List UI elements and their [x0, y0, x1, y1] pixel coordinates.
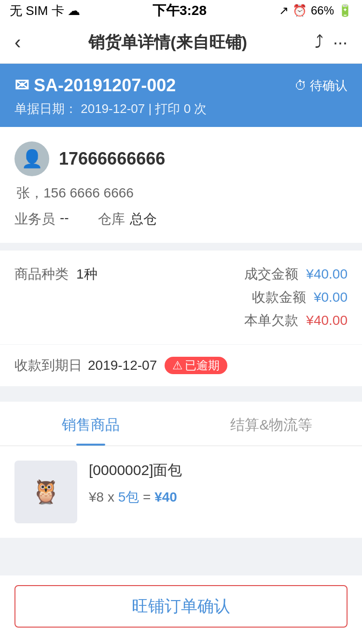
back-button[interactable]: ‹ — [14, 31, 21, 53]
print-count: 0 — [184, 101, 191, 116]
print-unit: 次 — [194, 101, 207, 116]
product-item: 🦉 [0000002]面包 ¥8 x 5包 = ¥40 — [14, 461, 348, 523]
confirm-button[interactable]: 旺铺订单确认 — [14, 585, 348, 628]
tab-products-label: 销售商品 — [62, 417, 120, 433]
status-left: 无 SIM 卡 ☁ — [10, 2, 80, 19]
amount-line: 成交金额 ¥40.00 — [244, 265, 348, 283]
print-label: | 打印 — [148, 101, 180, 116]
owed-value: ¥40.00 — [306, 313, 348, 328]
owed-line: 本单欠款 ¥40.00 — [244, 311, 348, 330]
product-section: 🦉 [0000002]面包 ¥8 x 5包 = ¥40 — [0, 446, 362, 538]
order-date-row: 单据日期： 2019-12-07 | 打印 0 次 — [14, 100, 348, 117]
tabs-bar: 销售商品 结算&物流等 — [0, 402, 362, 446]
overdue-badge-text: 已逾期 — [185, 358, 220, 373]
overdue-badge: ⚠ 已逾期 — [165, 357, 227, 374]
received-value: ¥0.00 — [314, 290, 348, 305]
stats-row: 商品种类 1种 成交金额 ¥40.00 收款金额 ¥0.00 本单欠款 ¥40.… — [14, 265, 348, 330]
customer-section: 👤 17666666666 张，156 6666 6666 业务员 -- 仓库 … — [0, 127, 362, 243]
received-line: 收款金额 ¥0.00 — [252, 288, 348, 307]
stats-section: 商品种类 1种 成交金额 ¥40.00 收款金额 ¥0.00 本单欠款 ¥40.… — [0, 251, 362, 344]
amount-value: ¥40.00 — [306, 266, 348, 282]
order-icon: ✉ — [14, 75, 29, 96]
product-logo-icon: 🦉 — [31, 478, 60, 505]
confirm-btn-area: 旺铺订单确认 — [0, 575, 362, 644]
owed-label: 本单欠款 — [244, 311, 298, 330]
divider-1 — [0, 243, 362, 251]
battery-icon: 🔋 — [338, 4, 352, 17]
location-icon: ↗ — [279, 4, 289, 17]
divider-2 — [0, 386, 362, 394]
product-type-label: 商品种类 — [14, 265, 69, 283]
battery-label: 66% — [311, 4, 334, 17]
share-icon[interactable]: ⤴ — [315, 32, 323, 53]
tab-settlement[interactable]: 结算&物流等 — [181, 402, 362, 446]
overdue-date: 2019-12-07 — [88, 358, 157, 373]
confirm-button-label: 旺铺订单确认 — [132, 595, 230, 617]
product-thumbnail: 🦉 — [14, 461, 77, 523]
product-info: [0000002]面包 ¥8 x 5包 = ¥40 — [89, 461, 348, 506]
warehouse-label: 仓库 — [98, 210, 125, 228]
product-qty: 5包 — [118, 490, 139, 504]
stats-left: 商品种类 1种 — [14, 265, 97, 283]
nav-right-actions: ⤴ ··· — [315, 32, 348, 53]
alarm-icon: ⏰ — [292, 4, 307, 17]
overdue-badge-icon: ⚠ — [172, 359, 183, 372]
stats-right: 成交金额 ¥40.00 收款金额 ¥0.00 本单欠款 ¥40.00 — [244, 265, 348, 330]
received-label: 收款金额 — [252, 288, 306, 307]
product-price: ¥8 x 5包 = ¥40 — [89, 488, 348, 506]
customer-name: 张，156 6666 6666 — [14, 184, 348, 202]
product-type-value: 1种 — [76, 265, 97, 283]
price-unit: ¥8 x — [89, 490, 118, 504]
salesperson-label: 业务员 — [14, 210, 55, 228]
warehouse-value: 总仓 — [130, 210, 157, 228]
tab-settlement-label: 结算&物流等 — [230, 417, 312, 433]
salesperson-value: -- — [60, 210, 69, 228]
date-label: 单据日期： — [14, 101, 77, 116]
order-id-text: SA-20191207-002 — [34, 75, 176, 96]
customer-row: 👤 17666666666 — [14, 141, 348, 176]
product-name: [0000002]面包 — [89, 461, 348, 480]
order-header: ✉ SA-20191207-002 ⏱ 待确认 单据日期： 2019-12-07… — [0, 64, 362, 127]
status-bar: 无 SIM 卡 ☁ 下午3:28 ↗ ⏰ 66% 🔋 — [0, 0, 362, 21]
product-total: ¥40 — [154, 490, 177, 504]
tabs-section: 销售商品 结算&物流等 🦉 [0000002]面包 ¥8 x 5包 = ¥40 — [0, 402, 362, 538]
sim-label: 无 SIM 卡 ☁ — [10, 2, 80, 19]
order-id: ✉ SA-20191207-002 — [14, 75, 176, 96]
equals-sign: = — [139, 490, 154, 504]
avatar: 👤 — [14, 141, 49, 176]
warehouse-item: 仓库 总仓 — [98, 210, 157, 228]
status-right: ↗ ⏰ 66% 🔋 — [279, 4, 352, 17]
tab-products[interactable]: 销售商品 — [0, 402, 181, 446]
order-id-row: ✉ SA-20191207-002 ⏱ 待确认 — [14, 75, 348, 96]
product-type-item: 商品种类 1种 — [14, 265, 97, 283]
amount-label: 成交金额 — [244, 265, 298, 283]
status-text: 待确认 — [310, 77, 348, 94]
salesperson-item: 业务员 -- — [14, 210, 69, 228]
nav-bar: ‹ 销货单详情(来自旺铺) ⤴ ··· — [0, 21, 362, 64]
overdue-label: 收款到期日 — [14, 356, 82, 375]
avatar-icon: 👤 — [21, 149, 43, 169]
status-clock-icon: ⏱ — [294, 78, 307, 93]
customer-meta: 业务员 -- 仓库 总仓 — [14, 210, 348, 228]
order-status: ⏱ 待确认 — [294, 77, 348, 94]
overdue-section: 收款到期日 2019-12-07 ⚠ 已逾期 — [0, 344, 362, 386]
status-time: 下午3:28 — [153, 1, 207, 20]
order-date-value: 2019-12-07 — [81, 101, 145, 116]
more-icon[interactable]: ··· — [333, 32, 348, 53]
page-title: 销货单详情(来自旺铺) — [88, 31, 247, 54]
customer-phone: 17666666666 — [59, 149, 165, 169]
